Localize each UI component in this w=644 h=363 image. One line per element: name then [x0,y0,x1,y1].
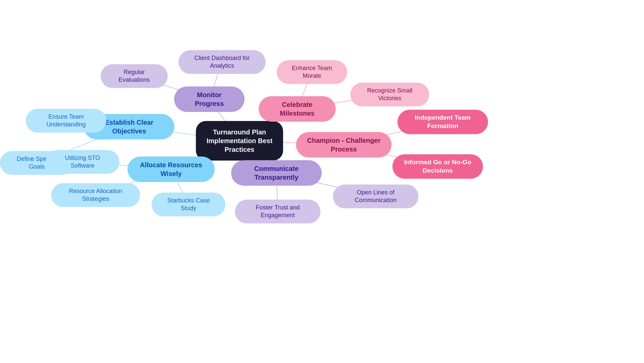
enhance-team-morale-node[interactable]: Enhance Team Morale [277,60,347,84]
regular-evaluations-node[interactable]: Regular Evaluations [101,64,168,88]
mind-map: Turnaround Plan Implementation Best Prac… [0,0,644,363]
monitor-progress-node[interactable]: Monitor Progress [174,86,245,112]
resource-allocation-strategies-node[interactable]: Resource Allocation Strategies [51,183,140,207]
starbucks-case-study-node[interactable]: Starbucks Case Study [152,193,225,217]
independent-team-node[interactable]: Independent Team Formation [397,110,488,134]
celebrate-milestones-node[interactable]: Celebrate Milestones [259,96,336,122]
informed-go-no-go-node[interactable]: Informed Go or No-Go Decisions [392,154,483,179]
foster-trust-node[interactable]: Foster Trust and Engagement [235,200,321,224]
client-dashboard-node[interactable]: Client Dashboard for Analytics [178,50,266,74]
open-lines-node[interactable]: Open Lines of Communication [333,185,419,208]
allocate-resources-node[interactable]: Allocate Resources Wisely [127,157,215,182]
utilizing-sto-node[interactable]: Utilizing STO Software [46,150,119,174]
champion-challenger-node[interactable]: Champion - Challenger Process [296,132,392,158]
connections-layer [0,0,644,363]
ensure-team-understanding-node[interactable]: Ensure Team Understanding [26,109,106,133]
center-node[interactable]: Turnaround Plan Implementation Best Prac… [196,121,283,161]
communicate-transparently-node[interactable]: Communicate Transparently [231,160,322,186]
recognize-small-victories-node[interactable]: Recognize Small Victories [351,83,429,107]
